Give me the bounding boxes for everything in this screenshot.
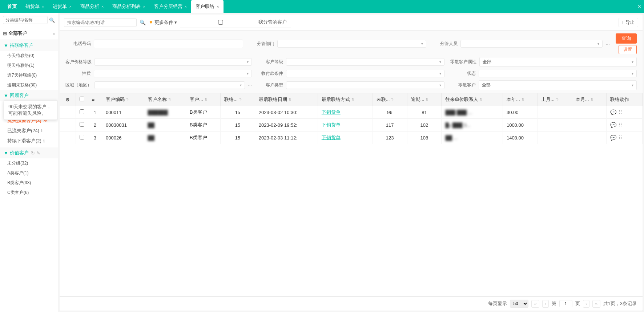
scattered-attr-label: 零散客户属性	[450, 59, 476, 65]
query-button[interactable]: 查询	[616, 33, 637, 44]
row-settings	[60, 119, 76, 131]
settings-button[interactable]: 设置	[619, 45, 637, 54]
chat-icon[interactable]: 💬	[610, 135, 616, 141]
th-code[interactable]: 客户编码 ⇅	[102, 93, 144, 106]
nature-select[interactable]: ▾	[94, 70, 252, 77]
dept-select[interactable]: ▾	[277, 40, 427, 48]
grid-icon: ⊞	[3, 31, 7, 36]
tab-purchase[interactable]: 进货单 ×	[48, 0, 76, 13]
customer-level-select[interactable]: ▾	[286, 58, 444, 66]
prev-page-btn[interactable]: ‹	[542, 300, 549, 308]
row-checkbox[interactable]	[80, 122, 84, 127]
next-page-btn[interactable]: ›	[583, 300, 589, 308]
sidebar-item-7days[interactable]: 近7天待联络(0)	[0, 70, 58, 80]
row-checkbox[interactable]	[80, 135, 84, 139]
close-sales-icon[interactable]: ×	[42, 4, 44, 9]
close-customer-tier-icon[interactable]: ×	[185, 4, 187, 9]
row-name: ██	[144, 131, 186, 144]
tab-home[interactable]: 首页	[3, 0, 21, 13]
sidebar-group-lost[interactable]: ▼ 回顾客户	[0, 90, 58, 101]
sidebar-item-tomorrow[interactable]: 明天待联络(1)	[0, 61, 58, 70]
page-number-input[interactable]	[559, 300, 572, 307]
my-customers-checkbox-input[interactable]	[184, 20, 257, 25]
sidebar-item-class-b[interactable]: B类客户(33)	[0, 178, 58, 188]
tab-analysis-list[interactable]: 商品分析列表 ×	[108, 0, 149, 13]
close-purchase-icon[interactable]: ×	[69, 4, 71, 9]
search-input[interactable]	[64, 18, 137, 27]
th-settings[interactable]: ⚙	[60, 93, 76, 106]
th-not-contacted[interactable]: 未联... ⇅	[373, 93, 407, 106]
th-this-month[interactable]: 本月... ⇅	[572, 93, 606, 106]
sidebar-item-class-c[interactable]: C类客户(6)	[0, 188, 58, 198]
row-last-contact-method[interactable]: 下销货单	[318, 106, 373, 119]
search-button[interactable]: 🔍	[140, 20, 146, 25]
close-customer-contact-icon[interactable]: ×	[217, 4, 219, 9]
last-page-btn[interactable]: »	[592, 300, 600, 308]
payment-select[interactable]: ▾	[286, 70, 444, 77]
page-size-label: 每页显示	[488, 300, 507, 307]
chat-icon[interactable]: 💬	[610, 122, 616, 128]
th-overdue[interactable]: 逾期... ⇅	[407, 93, 442, 106]
th-type[interactable]: 客户... ⇅	[186, 93, 221, 106]
manager-more-icon[interactable]: ···	[605, 41, 610, 47]
region-select[interactable]: ▾	[94, 81, 245, 89]
sidebar-item-ungroup[interactable]: 未分组(32)	[0, 158, 58, 168]
tab-sales[interactable]: 销货单 ×	[21, 0, 48, 13]
tab-customer-contact[interactable]: 客户联络 ×	[191, 0, 223, 13]
more-conditions-btn[interactable]: ▼ 更多条件 ▾	[149, 19, 177, 26]
tab-analysis[interactable]: 商品分析 ×	[76, 0, 108, 13]
filter-row-4: 区域（地区） ▾ ··· 客户类型 ▾ 零散客户	[65, 80, 637, 90]
grid-action-icon[interactable]: ⠿	[619, 109, 622, 115]
row-checkbox[interactable]	[80, 109, 84, 114]
first-page-btn[interactable]: «	[531, 300, 539, 308]
price-level-select[interactable]: ▾	[94, 58, 252, 66]
my-customers-checkbox[interactable]: 我分管的客户	[180, 17, 291, 28]
th-last-contact-date[interactable]: 最后联络日期 ⇅	[255, 93, 318, 106]
sidebar-item-overdue[interactable]: 逾期未联络(30)	[0, 80, 58, 90]
th-last-month[interactable]: 上月... ⇅	[537, 93, 572, 106]
phone-input[interactable]	[94, 40, 243, 48]
sidebar-item-today[interactable]: 今天待联络(0)	[0, 51, 58, 61]
row-this-year: 1000.00	[503, 119, 537, 131]
manager-select[interactable]: ▾	[460, 40, 603, 48]
select-all-checkbox[interactable]	[80, 97, 84, 101]
sidebar-item-class-a[interactable]: A类客户(1)	[0, 168, 58, 178]
customer-type-select[interactable]: ▾	[286, 81, 444, 89]
chat-icon[interactable]: 💬	[610, 109, 616, 115]
collapse-sidebar-btn[interactable]: «	[53, 31, 55, 36]
tab-customer-tier[interactable]: 客户分层经营 ×	[150, 0, 191, 13]
all-customers-header[interactable]: ⊞ 全部客户 «	[0, 27, 58, 40]
sidebar-search-input[interactable]	[3, 16, 48, 24]
th-contact[interactable]: 联络... ⇅	[220, 93, 255, 106]
sidebar-item-lost[interactable]: 已流失客户(24) ℹ	[0, 126, 58, 136]
window-close-icon[interactable]: ×	[638, 3, 641, 10]
scattered-attr-select[interactable]: 全部 ▾	[479, 57, 637, 67]
grid-action-icon[interactable]: ⠿	[619, 122, 622, 128]
row-name: ██████	[144, 106, 186, 119]
th-contacts-person[interactable]: 往来单位联系人 ⇅	[442, 93, 503, 106]
sidebar-group-value[interactable]: ▼ 价值客户 ↻ ✎	[0, 147, 58, 158]
edit-icon[interactable]: ✎	[36, 150, 40, 156]
row-last-contact-method[interactable]: 下销货单	[318, 131, 373, 144]
row-this-month	[572, 119, 606, 131]
th-name[interactable]: 客户名称 ⇅	[144, 93, 186, 106]
sidebar-search-area: 🔍	[0, 13, 58, 27]
close-analysis-list-icon[interactable]: ×	[143, 4, 145, 9]
scattered-label: 零散客户	[450, 82, 476, 88]
th-last-contact-method[interactable]: 最后联络方式 ⇅	[318, 93, 373, 106]
region-more-icon[interactable]: ···	[248, 82, 252, 88]
refresh-icon[interactable]: ↻	[31, 150, 35, 156]
close-analysis-icon[interactable]: ×	[101, 4, 104, 9]
sort-method-icon: ⇅	[351, 98, 354, 101]
th-this-year[interactable]: 本年... ⇅	[503, 93, 537, 106]
page-size-select[interactable]: 50 100 200	[510, 300, 528, 308]
status-select[interactable]: ▾	[479, 70, 637, 77]
chevron-down-icon: ▾	[174, 20, 177, 25]
grid-action-icon[interactable]: ⠿	[619, 135, 622, 141]
sidebar-item-retain[interactable]: 持续下滑客户(2) ℹ	[0, 136, 58, 146]
sidebar-search-icon[interactable]: 🔍	[49, 17, 55, 23]
sidebar-group-pending-contact[interactable]: ▼ 待联络客户	[0, 40, 58, 51]
export-btn[interactable]: ↑ 导出	[619, 18, 639, 27]
scattered-select[interactable]: 全部 ▾	[479, 80, 637, 90]
row-last-contact-method[interactable]: 下销货单	[318, 119, 373, 131]
